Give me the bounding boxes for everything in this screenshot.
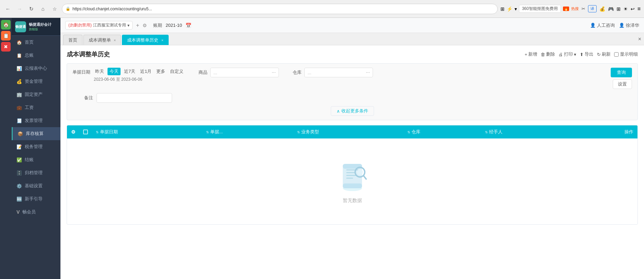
tab-history[interactable]: 成本调整单历史 ×: [122, 35, 168, 45]
lightning-button[interactable]: ⚡: [507, 6, 512, 12]
svg-rect-3: [343, 183, 362, 188]
print-button[interactable]: 🖨 打印 ▾: [558, 51, 576, 57]
salary-icon: 💼: [16, 105, 22, 110]
refresh-button[interactable]: ↻ 刷新: [597, 51, 611, 57]
back-button[interactable]: ←: [3, 4, 12, 13]
translate-button[interactable]: 译: [588, 5, 597, 12]
sidebar-item-checkout[interactable]: ✅ 结账: [12, 153, 60, 166]
home-button[interactable]: ⌂: [38, 4, 47, 13]
window-close-button[interactable]: ×: [638, 36, 641, 42]
page-title: 成本调整单历史: [67, 50, 110, 58]
sidebar-item-invoice[interactable]: 🧾 发票管理: [12, 114, 60, 127]
display-toggle[interactable]: 显示明细: [614, 51, 638, 57]
btn-1month[interactable]: 近1月: [139, 68, 153, 75]
member-icon: V: [16, 209, 20, 215]
date-filter-label: 单据日期: [72, 68, 90, 75]
col-warehouse-sortable: ⇅ 仓库: [407, 129, 477, 135]
rail-item-orange[interactable]: 📋: [1, 31, 11, 41]
sidebar-item-guide[interactable]: 🆕 新手引导: [12, 192, 60, 205]
add-company-button[interactable]: +: [136, 22, 139, 29]
sidebar-item-member[interactable]: V 畅会员: [12, 205, 60, 219]
rail-item-red[interactable]: ✖: [1, 42, 11, 52]
undo-button[interactable]: ↩: [631, 6, 635, 12]
sort-arrows-date: ⇅: [96, 130, 99, 134]
wallet-button[interactable]: 💰: [599, 6, 605, 12]
forward-button[interactable]: →: [15, 4, 24, 13]
main-area: (勿删勿禁用) 江西服宝测试专用 ▾ + ⚙ 账期 2021-10 📅 👤 人工…: [60, 18, 644, 279]
refresh-icon: ↻: [597, 52, 601, 57]
btn-custom[interactable]: 自定义: [169, 68, 185, 75]
reload-button[interactable]: ↻: [27, 4, 36, 13]
url-bar[interactable]: 🔒 https://cloud.chanjet.com/accounting/u…: [62, 4, 498, 14]
sidebar-item-assets[interactable]: 🏢 固定资产: [12, 88, 60, 101]
new-button[interactable]: + 新增: [524, 51, 537, 57]
menu-button[interactable]: ≡: [637, 6, 641, 12]
goods-more-icon: ⋯: [272, 70, 276, 75]
header-checkbox[interactable]: [83, 130, 88, 134]
sidebar-label-funds: 资金管理: [25, 78, 43, 85]
btn-yesterday[interactable]: 昨天: [94, 68, 105, 75]
apps-button[interactable]: ⊞: [617, 6, 621, 12]
tab-adjust[interactable]: 成本调整单 ×: [83, 35, 121, 45]
collapse-button[interactable]: ∧ 收起更多条件: [331, 106, 374, 116]
chevron-up-icon: ∧: [337, 109, 340, 114]
period-label: 账期: [153, 22, 162, 29]
cut-button[interactable]: ✂: [581, 6, 585, 11]
hot-badge: 🔥: [563, 7, 569, 11]
consult-button[interactable]: 👤 人工咨询: [590, 22, 615, 29]
btn-today[interactable]: 今天: [108, 68, 121, 75]
sidebar-item-reports[interactable]: 📊 云报表中心: [12, 62, 60, 75]
sidebar-item-salary[interactable]: 💼 工资: [12, 101, 60, 114]
export-button[interactable]: ⬆ 导出: [580, 51, 594, 57]
tab-history-close[interactable]: ×: [161, 38, 163, 42]
consult-label: 人工咨询: [597, 22, 615, 29]
tab-adjust-close[interactable]: ×: [114, 38, 116, 42]
search-bar[interactable]: 360智能抠图免费用: [519, 5, 561, 13]
data-table: ⚙ ⇅ 单据日期: [67, 125, 637, 224]
col-check[interactable]: [79, 125, 92, 138]
sidebar-item-ledger[interactable]: 📋 总账: [12, 49, 60, 62]
star-button[interactable]: ☆: [50, 4, 59, 13]
sidebar-label-guide: 新手引导: [25, 196, 43, 202]
col-warehouse[interactable]: ⇅ 仓库: [403, 125, 481, 138]
sidebar-item-inventory[interactable]: 📦 库存核算: [12, 127, 60, 140]
sidebar-item-funds[interactable]: 💰 资金管理: [12, 75, 60, 88]
sidebar-item-tax[interactable]: 📝 税务管理: [12, 140, 60, 153]
col-handler[interactable]: ⇅ 经手人: [481, 125, 575, 138]
filter-settings-button[interactable]: 设置: [613, 79, 632, 89]
gamepad-button[interactable]: 🎮: [608, 6, 614, 12]
sidebar-item-home[interactable]: 🏠 首页: [12, 36, 60, 49]
grid-button[interactable]: ⊞: [500, 6, 505, 12]
gear-icon: ⚙: [71, 129, 76, 135]
display-checkbox[interactable]: [614, 52, 619, 57]
theme-button[interactable]: ☀: [623, 6, 628, 12]
delete-button[interactable]: 🗑 删除: [541, 51, 555, 57]
tax-icon: 📝: [16, 144, 22, 149]
sidebar-item-settings[interactable]: ⚙️ 基础设置: [12, 179, 60, 192]
company-selector[interactable]: (勿删勿禁用) 江西服宝测试专用 ▾: [65, 21, 133, 30]
url-text: https://cloud.chanjet.com/accounting/uru…: [72, 7, 152, 11]
checkout-icon: ✅: [16, 157, 22, 163]
calendar-button[interactable]: 📅: [185, 23, 191, 28]
col-type[interactable]: ⇅ 业务类型: [293, 125, 403, 138]
rail-item-green[interactable]: 🏠: [1, 20, 11, 30]
dropdown-button[interactable]: ▾: [515, 6, 517, 12]
username-label: 徐泽华: [626, 22, 639, 29]
col-gear[interactable]: ⚙: [67, 125, 79, 138]
note-input[interactable]: [97, 93, 172, 103]
warehouse-select[interactable]: ... ⋯: [304, 68, 373, 77]
col-date[interactable]: ⇅ 单据日期: [92, 125, 202, 138]
logo-sub-text: 旗舰版: [29, 27, 52, 32]
sidebar-label-invoice: 发票管理: [25, 118, 43, 124]
col-number[interactable]: ⇅ 单据...: [202, 125, 293, 138]
cloud-sync-button[interactable]: ⚙: [143, 23, 147, 28]
tab-home[interactable]: 首页: [63, 35, 82, 45]
query-button[interactable]: 查询: [611, 68, 632, 77]
btn-7days[interactable]: 近7天: [123, 68, 137, 75]
btn-more[interactable]: 更多: [155, 68, 167, 75]
sidebar-label-member: 畅会员: [22, 209, 36, 215]
settings-icon: ⚙️: [16, 183, 22, 189]
goods-select[interactable]: ... ⋯: [210, 68, 279, 77]
sidebar-item-archive[interactable]: 🗄️ 归档管理: [12, 166, 60, 179]
user-button[interactable]: 👤 徐泽华: [619, 22, 639, 29]
